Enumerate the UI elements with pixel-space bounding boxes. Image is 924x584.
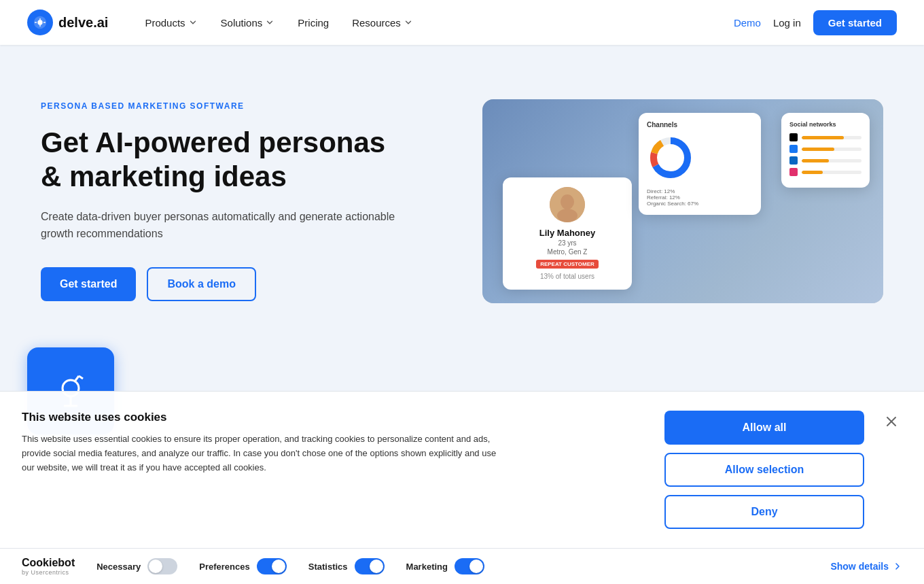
cookiebot-name: Cookiebot — [22, 557, 75, 569]
persona-age: 23 yrs — [514, 239, 621, 247]
persona-stat: 13% of total users — [514, 273, 621, 280]
logo-icon — [27, 10, 53, 35]
deny-button[interactable]: Deny — [664, 495, 864, 529]
demo-link[interactable]: Demo — [734, 17, 761, 29]
cookie-actions: Allow all Allow selection Deny — [664, 411, 864, 529]
show-details-button[interactable]: Show details — [830, 561, 902, 572]
hero-title: Get AI-powered personas & marketing idea… — [41, 126, 408, 194]
instagram-icon — [789, 168, 798, 176]
login-link[interactable]: Log in — [773, 17, 801, 29]
cookie-main: This website uses cookies This website u… — [0, 392, 924, 548]
chevron-down-icon — [404, 18, 413, 27]
nav-links: Products Solutions Pricing Resources — [135, 12, 734, 34]
statistics-toggle-group: Statistics — [308, 558, 385, 574]
persona-location: Metro, Gen Z — [514, 248, 621, 256]
cookie-close-button[interactable] — [881, 411, 902, 432]
toggle-thumb — [149, 560, 162, 573]
marketing-toggle[interactable] — [455, 558, 484, 574]
chevron-right-icon — [893, 562, 902, 571]
svg-point-3 — [557, 209, 578, 222]
linkedin-icon — [789, 156, 798, 165]
cookie-description: This website uses essential cookies to e… — [22, 432, 511, 475]
close-icon — [885, 415, 898, 428]
statistics-label: Statistics — [308, 562, 348, 572]
necessary-toggle[interactable] — [147, 558, 177, 574]
persona-avatar — [550, 187, 585, 222]
show-details-label: Show details — [830, 561, 889, 572]
twitter-icon — [789, 133, 798, 141]
svg-line-11 — [75, 376, 79, 381]
hero-get-started-button[interactable]: Get started — [41, 267, 136, 301]
chart-labels: Direct: 12% Referral: 12% Organic Search… — [647, 188, 753, 207]
persona-badge: REPEAT CUSTOMER — [536, 260, 599, 269]
toggle-thumb — [272, 560, 285, 573]
social-title: Social networks — [789, 121, 861, 128]
chart-title: Channels — [647, 121, 753, 128]
preferences-toggle[interactable] — [257, 558, 287, 574]
preferences-toggle-group: Preferences — [199, 558, 286, 574]
cookie-content: This website uses cookies This website u… — [22, 411, 648, 529]
allow-all-button[interactable]: Allow all — [664, 411, 864, 445]
donut-chart — [647, 134, 694, 182]
hero-section: PERSONA BASED MARKETING SOFTWARE Get AI-… — [0, 45, 924, 344]
cookie-toggles: Necessary Preferences Statistics Marketi… — [96, 558, 808, 574]
hero-background: Lily Mahoney 23 yrs Metro, Gen Z REPEAT … — [482, 99, 883, 303]
cookiebot-sub: by Usercentrics — [22, 569, 69, 576]
social-row-instagram — [789, 168, 861, 176]
nav-get-started-button[interactable]: Get started — [813, 10, 897, 35]
svg-line-12 — [79, 376, 83, 379]
navbar: delve.ai Products Solutions Pricing Reso… — [0, 0, 924, 45]
marketing-toggle-group: Marketing — [406, 558, 484, 574]
necessary-toggle-group: Necessary — [96, 558, 177, 574]
necessary-label: Necessary — [96, 562, 141, 572]
statistics-toggle[interactable] — [355, 558, 385, 574]
allow-selection-button[interactable]: Allow selection — [664, 453, 864, 487]
toggle-thumb — [469, 560, 483, 573]
toggle-thumb — [370, 560, 383, 573]
hero-image: Lily Mahoney 23 yrs Metro, Gen Z REPEAT … — [482, 99, 883, 303]
nav-pricing[interactable]: Pricing — [288, 12, 338, 34]
social-row-facebook — [789, 145, 861, 153]
persona-name: Lily Mahoney — [514, 228, 621, 238]
svg-point-2 — [561, 194, 574, 209]
cookiebot-brand: Cookiebot by Usercentrics — [22, 557, 75, 576]
cookie-title: This website uses cookies — [22, 411, 648, 424]
hero-eyebrow: PERSONA BASED MARKETING SOFTWARE — [41, 101, 408, 111]
facebook-icon — [789, 145, 798, 153]
nav-resources[interactable]: Resources — [342, 12, 423, 34]
social-networks-card: Social networks — [781, 113, 870, 188]
hero-buttons: Get started Book a demo — [41, 267, 408, 301]
logo[interactable]: delve.ai — [27, 10, 108, 35]
marketing-label: Marketing — [406, 562, 448, 572]
preferences-label: Preferences — [199, 562, 249, 572]
cookie-footer: Cookiebot by Usercentrics Necessary Pref… — [0, 548, 924, 584]
chevron-down-icon — [188, 18, 198, 27]
cookie-banner: This website uses cookies This website u… — [0, 391, 924, 584]
nav-products[interactable]: Products — [135, 12, 207, 34]
social-row-linkedin — [789, 156, 861, 165]
nav-solutions[interactable]: Solutions — [211, 12, 285, 34]
hero-text: PERSONA BASED MARKETING SOFTWARE Get AI-… — [41, 101, 408, 301]
logo-text: delve.ai — [58, 15, 108, 31]
hero-description: Create data-driven buyer personas automa… — [41, 208, 408, 243]
social-row-twitter — [789, 133, 861, 141]
persona-card: Lily Mahoney 23 yrs Metro, Gen Z REPEAT … — [503, 177, 632, 290]
nav-right: Demo Log in Get started — [734, 10, 897, 35]
hero-book-demo-button[interactable]: Book a demo — [147, 267, 255, 301]
channels-chart-card: Channels Direct: 12% Referral: 12% — [639, 113, 761, 215]
chevron-down-icon — [265, 18, 274, 27]
